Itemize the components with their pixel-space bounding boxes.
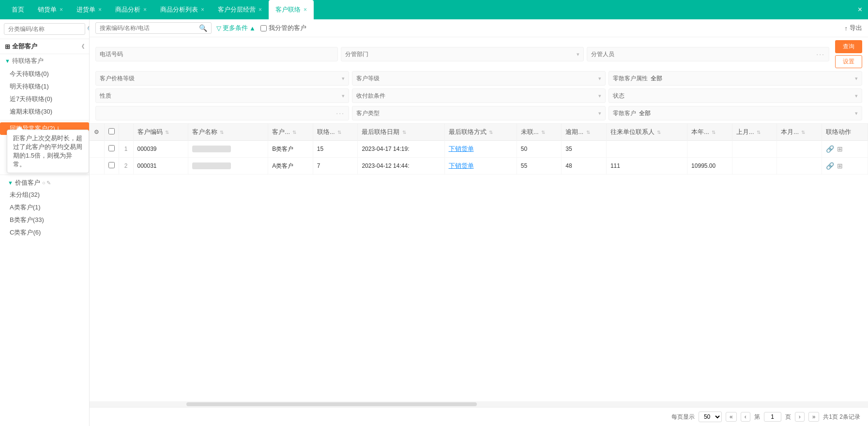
col-contact-count-label: 联络... (317, 128, 335, 135)
overdue-label: 逾期未联络(30) (10, 107, 52, 116)
row-not-contact-1: 55 (517, 158, 562, 175)
sidebar-group-pending[interactable]: ▼ 待联络客户 (0, 54, 89, 68)
col-overdue-sort-icon: ⇅ (586, 130, 590, 135)
nav-home[interactable]: 首页 (5, 0, 31, 19)
filter-customer-type-label: 客户类型 (356, 109, 380, 118)
filter-customer-grade[interactable]: 客户等级 ▾ (352, 71, 606, 86)
value-group-edit2-icon[interactable]: ✎ (46, 180, 51, 186)
sidebar-group-value[interactable]: ▼ 价值客户 ○ ✎ (0, 177, 89, 189)
sidebar-item-unclassified[interactable]: 未分组(32) (0, 189, 89, 201)
sidebar-item-class-a[interactable]: A类客户(1) (0, 201, 89, 214)
col-last-date-header[interactable]: 最后联络日期 ⇅ (358, 124, 444, 141)
more-conditions-label: 更多条件 (223, 24, 248, 32)
nav-purchase[interactable]: 进货单 × (70, 0, 108, 19)
filter-payment[interactable]: 收付款条件 ▾ (352, 88, 606, 103)
col-settings[interactable]: ⚙ (90, 124, 104, 141)
nav-product-analysis[interactable]: 商品分析 × (108, 0, 153, 19)
action-link-icon-1[interactable]: 🔗 (826, 162, 834, 170)
action-grid-icon-1[interactable]: ⊞ (837, 162, 843, 170)
manager-ellipsis-icon[interactable]: ··· (816, 50, 825, 58)
row-last-method-0[interactable]: 下销货单 (444, 141, 517, 158)
nav-customer-contact-close[interactable]: × (304, 6, 307, 13)
filter-customer-type[interactable]: 客户类型 ▾ (352, 106, 606, 120)
nav-purchase-close[interactable]: × (98, 6, 102, 13)
select-all-checkbox[interactable] (108, 128, 115, 134)
sidebar-item-today[interactable]: 今天待联络(0) (0, 68, 89, 80)
next-page-button[interactable]: › (795, 412, 805, 422)
sidebar-search-input[interactable] (4, 23, 85, 35)
filter-phone[interactable]: 电话号码 (95, 47, 338, 61)
export-button[interactable]: ↑ 导出 (845, 24, 863, 32)
action-link-icon-0[interactable]: 🔗 (826, 145, 834, 153)
row-checkbox-0[interactable] (104, 141, 119, 158)
col-contact-person-header[interactable]: 往来单位联系人 ⇅ (606, 124, 687, 141)
sidebar-item-7days[interactable]: 近7天待联络(0) (0, 93, 89, 105)
main-layout: 🔍 ⊞ 全部客户 《 ▼ 待联络客户 今天待联络(0) 明天待联络(1) 近7天… (0, 19, 868, 426)
nav-product-analysis-close[interactable]: × (143, 6, 147, 13)
nav-customer-contact[interactable]: 客户联络 × (269, 0, 314, 19)
my-customers-checkbox[interactable] (260, 25, 267, 31)
filter-scattered[interactable]: 零散客户 全部 ▾ (609, 106, 862, 120)
col-contact-count-header[interactable]: 联络... ⇅ (313, 124, 358, 141)
col-this-month-header[interactable]: 本月... ⇅ (777, 124, 822, 141)
nav-product-list-close[interactable]: × (201, 6, 204, 13)
col-last-month-header[interactable]: 上月... ⇅ (732, 124, 777, 141)
row-checkbox-1[interactable] (104, 158, 119, 175)
current-page-input[interactable] (764, 412, 781, 422)
my-customers-checkbox-label[interactable]: 我分管的客户 (260, 24, 306, 32)
misc-ellipsis-icon[interactable]: ··· (336, 109, 345, 117)
nav-product-list[interactable]: 商品分析列表 × (153, 0, 211, 19)
row-last-method-1[interactable]: 下销货单 (444, 158, 517, 175)
col-name-header[interactable]: 客户名称 ⇅ (188, 124, 268, 141)
filter-dept[interactable]: 分管部门 ▾ (341, 47, 583, 61)
filter-customer-attr[interactable]: 零散客户属性 全部 ▾ (609, 71, 862, 86)
col-this-year-label: 本年... (691, 128, 709, 135)
more-conditions-button[interactable]: ▽ 更多条件 ▲ (216, 24, 256, 32)
sidebar-all-customers[interactable]: ⊞ 全部客户 《 (0, 39, 89, 54)
table-scrollbar-thumb[interactable] (186, 402, 477, 406)
col-code-header[interactable]: 客户编码 ⇅ (133, 124, 188, 141)
col-this-year-header[interactable]: 本年... ⇅ (687, 124, 732, 141)
last-page-button[interactable]: » (808, 412, 820, 422)
col-type-header[interactable]: 客户... ⇅ (268, 124, 313, 141)
search-button[interactable]: 🔍 (199, 24, 207, 32)
filter-manager[interactable]: 分管人员 ··· (587, 47, 829, 61)
filter-nature[interactable]: 性质 ▾ (95, 88, 349, 103)
col-overdue-header[interactable]: 逾期... ⇅ (562, 124, 607, 141)
value-group-edit-icon[interactable]: ○ (42, 180, 46, 186)
class-a-label: A类客户(1) (10, 203, 41, 212)
row-contact-count-1: 7 (313, 158, 358, 175)
filter-manager-label: 分管人员 (591, 50, 614, 59)
search-input[interactable] (100, 25, 199, 31)
nav-customer-segment[interactable]: 客户分层经营 × (211, 0, 269, 19)
action-grid-icon-0[interactable]: ⊞ (837, 145, 843, 153)
sidebar-item-class-c[interactable]: C类客户(6) (0, 226, 89, 239)
sidebar-item-tomorrow[interactable]: 明天待联络(1) (0, 80, 89, 93)
prev-page-button[interactable]: ‹ (741, 412, 750, 422)
nav-sales[interactable]: 销货单 × (31, 0, 70, 19)
table-scrollbar[interactable] (90, 401, 868, 407)
close-all-button[interactable]: × (858, 5, 862, 14)
row-this-year-0 (687, 141, 732, 158)
settings-button[interactable]: 设置 (835, 55, 862, 68)
nav-customer-segment-close[interactable]: × (259, 6, 262, 13)
filter-misc[interactable]: ··· (95, 106, 349, 120)
nav-home-label: 首页 (12, 5, 24, 14)
col-last-method-header[interactable]: 最后联络方式 ⇅ (444, 124, 517, 141)
first-page-button[interactable]: « (726, 412, 737, 422)
row-num-1: 2 (119, 158, 133, 175)
filter-price-grade[interactable]: 客户价格等级 ▾ (95, 71, 349, 86)
sidebar-search-icon[interactable]: 🔍 (87, 26, 90, 33)
sidebar-item-class-b[interactable]: B类客户(33) (0, 214, 89, 226)
col-last-month-sort-icon: ⇅ (757, 130, 761, 135)
sidebar-item-overdue[interactable]: 逾期未联络(30) (0, 105, 89, 118)
query-button[interactable]: 查询 (835, 40, 862, 53)
table-row: 2 000031 A类客户 7 2023-04-12 14:44: 下销货单 5… (90, 158, 868, 175)
per-page-label: 每页显示 (671, 413, 695, 421)
col-contact-person-sort-icon: ⇅ (657, 130, 661, 135)
per-page-select[interactable]: 50 (699, 411, 722, 422)
nav-sales-close[interactable]: × (60, 6, 63, 13)
filter-status[interactable]: 状态 ▾ (609, 88, 862, 103)
col-not-contact-header[interactable]: 未联... ⇅ (517, 124, 562, 141)
filter-phone-label: 电话号码 (100, 50, 123, 59)
